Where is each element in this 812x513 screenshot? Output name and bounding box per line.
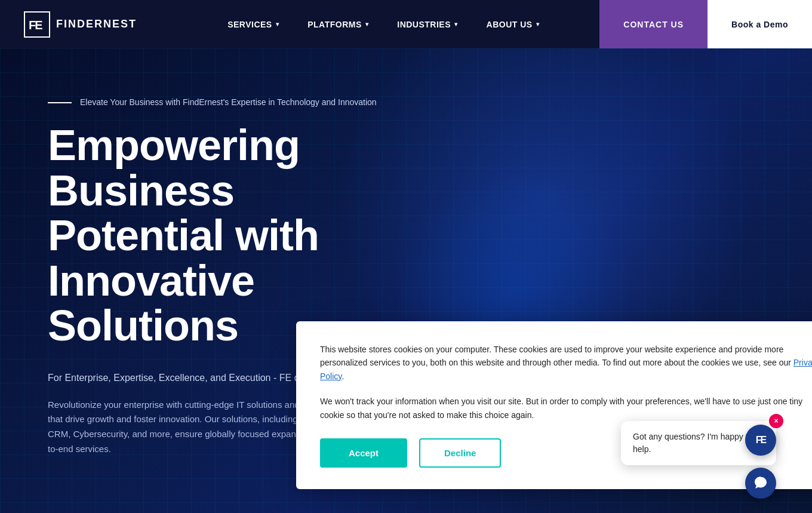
hero-title: Empowering Business Potential with Innov…	[48, 123, 382, 349]
cookie-text-2: We won't track your information when you…	[320, 395, 812, 422]
chat-widget-button[interactable]	[745, 468, 776, 499]
cookie-text-1: This website stores cookies on your comp…	[320, 343, 812, 383]
nav-item-about[interactable]: ABOUT US ▾	[472, 0, 554, 48]
logo-text: FINDERNEST	[56, 18, 137, 30]
tagline-line-decoration	[48, 102, 72, 103]
chat-message: Got any questions? I'm happy to help.	[633, 432, 752, 454]
book-demo-button[interactable]: Book a Demo	[708, 0, 812, 48]
contact-us-button[interactable]: CONTACT US	[599, 0, 708, 48]
logo-icon: FE	[24, 11, 50, 38]
chevron-down-icon: ▾	[536, 21, 540, 27]
chevron-down-icon: ▾	[365, 21, 369, 27]
nav-item-industries[interactable]: INDUSTRIES ▾	[383, 0, 472, 48]
nav-item-platforms[interactable]: PLATFORMS ▾	[293, 0, 383, 48]
nav-item-services[interactable]: SERVICES ▾	[213, 0, 293, 48]
chat-fe-icon[interactable]: FE	[745, 425, 776, 456]
chevron-down-icon: ▾	[276, 21, 279, 27]
cookie-decline-button[interactable]: Decline	[419, 438, 501, 468]
nav-links: SERVICES ▾ PLATFORMS ▾ INDUSTRIES ▾ ABOU…	[167, 0, 599, 48]
cookie-accept-button[interactable]: Accept	[320, 438, 407, 468]
chevron-down-icon: ▾	[454, 21, 458, 27]
hero-tagline-block: Elevate Your Business with FindErnest's …	[48, 96, 382, 109]
nav-right: CONTACT US Book a Demo	[599, 0, 812, 48]
hero-tagline-text: Elevate Your Business with FindErnest's …	[80, 96, 377, 109]
navbar: FE FINDERNEST SERVICES ▾ PLATFORMS ▾ IND…	[0, 0, 812, 48]
logo-link[interactable]: FE FINDERNEST	[0, 11, 167, 38]
chat-close-button[interactable]: ×	[769, 414, 783, 428]
svg-text:FE: FE	[29, 19, 42, 32]
